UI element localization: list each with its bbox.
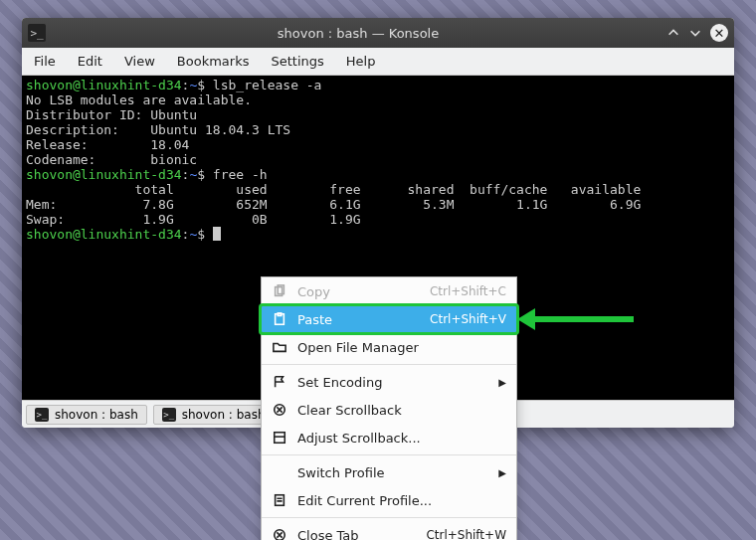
- window-title: shovon : bash — Konsole: [54, 26, 662, 41]
- menubar: File Edit View Bookmarks Settings Help: [22, 48, 734, 76]
- out1-l4: Release: 18.04: [26, 137, 189, 152]
- ctx-adjust-scrollback[interactable]: Adjust Scrollback...: [262, 424, 516, 451]
- separator: [262, 454, 516, 455]
- terminal-icon: >_: [35, 408, 49, 422]
- out2-mem: Mem: 7.8G 652M 6.1G 5.3M 1.1G 6.9G: [26, 197, 641, 212]
- menu-file[interactable]: File: [30, 52, 60, 71]
- separator: [262, 364, 516, 365]
- menu-bookmarks[interactable]: Bookmarks: [173, 52, 254, 71]
- prompt-user: shovon@linuxhint-d34: [26, 78, 182, 92]
- out1-l5: Codename: bionic: [26, 152, 197, 167]
- ctx-edit-profile[interactable]: Edit Current Profile...: [262, 486, 516, 514]
- menu-view[interactable]: View: [120, 52, 159, 71]
- tab-2[interactable]: >_ shovon : bash: [153, 405, 275, 425]
- out2-hdr: total used free shared buff/cache availa…: [26, 182, 641, 197]
- tab-label: shovon : bash: [182, 408, 266, 422]
- titlebar[interactable]: >_ shovon : bash — Konsole ✕: [22, 18, 734, 48]
- separator: [262, 517, 516, 518]
- menu-help[interactable]: Help: [342, 52, 380, 71]
- tab-label: shovon : bash: [55, 408, 138, 422]
- prompt-symbol: $: [197, 78, 205, 92]
- prompt-symbol: $: [197, 227, 205, 242]
- out2-swap: Swap: 1.9G 0B 1.9G: [26, 212, 361, 227]
- menu-settings[interactable]: Settings: [267, 52, 327, 71]
- terminal-icon: >_: [28, 24, 46, 42]
- ctx-clear-scrollback[interactable]: Clear Scrollback: [262, 396, 516, 424]
- cmd2: free -h: [213, 167, 268, 182]
- ctx-copy: Copy Ctrl+Shift+C: [262, 277, 516, 305]
- minimize-button[interactable]: [662, 22, 684, 44]
- annotation-arrow-line: [524, 316, 634, 322]
- terminal-icon: >_: [162, 408, 176, 422]
- cmd1: lsb_release -a: [213, 78, 322, 92]
- menu-edit[interactable]: Edit: [74, 52, 106, 71]
- clear-icon: [272, 403, 287, 417]
- out1-l3: Description: Ubuntu 18.04.3 LTS: [26, 122, 290, 137]
- svg-rect-5: [275, 433, 285, 444]
- close-icon: [272, 528, 287, 540]
- cursor: [213, 227, 221, 241]
- ctx-switch-profile[interactable]: Switch Profile ▶: [262, 458, 516, 486]
- ctx-close-tab[interactable]: Close Tab Ctrl+Shift+W: [262, 521, 516, 540]
- prompt-user: shovon@linuxhint-d34: [26, 227, 182, 242]
- chevron-right-icon: ▶: [498, 467, 506, 478]
- context-menu: Copy Ctrl+Shift+C Paste Ctrl+Shift+V Ope…: [261, 276, 517, 540]
- document-icon: [272, 493, 287, 507]
- copy-icon: [272, 284, 287, 298]
- ctx-open-file-manager[interactable]: Open File Manager: [262, 333, 516, 361]
- tab-1[interactable]: >_ shovon : bash: [26, 405, 147, 425]
- prompt-user: shovon@linuxhint-d34: [26, 167, 182, 182]
- annotation-arrow-head: [517, 308, 535, 330]
- ctx-set-encoding[interactable]: Set Encoding ▶: [262, 368, 516, 396]
- close-button[interactable]: ✕: [710, 24, 728, 42]
- out1-l1: No LSB modules are available.: [26, 92, 252, 107]
- maximize-button[interactable]: [684, 22, 706, 44]
- chevron-right-icon: ▶: [498, 377, 506, 388]
- folder-icon: [272, 340, 287, 354]
- out1-l2: Distributor ID: Ubuntu: [26, 107, 197, 122]
- adjust-icon: [272, 431, 287, 445]
- ctx-paste[interactable]: Paste Ctrl+Shift+V: [262, 305, 516, 333]
- paste-icon: [272, 312, 287, 326]
- svg-rect-6: [276, 495, 284, 506]
- prompt-symbol: $: [197, 167, 205, 182]
- flag-icon: [272, 375, 287, 389]
